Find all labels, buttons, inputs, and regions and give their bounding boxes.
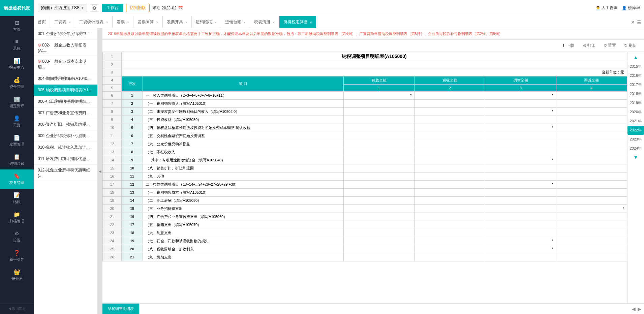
left-item-009[interactable]: 009-企业所得税弥补亏损明...: [34, 130, 97, 142]
sidebar-item-assets[interactable]: 🏢 固定资产: [0, 93, 34, 112]
workbench-btn[interactable]: 工作台: [102, 4, 123, 12]
user-menu[interactable]: 👤 楼泽华: [622, 5, 640, 11]
unit-cell: 金额单位：元: [122, 68, 627, 76]
sidebar-item-invoice[interactable]: 📄 发票管理: [0, 131, 34, 150]
switch-version-btn[interactable]: 切到旧版: [126, 4, 150, 12]
tab-salary-close[interactable]: ×: [69, 20, 71, 24]
year-2015[interactable]: 2015年: [627, 62, 644, 71]
left-item-002[interactable]: ⊘002-一般企业收入明细表(A1...: [34, 40, 97, 56]
table-row: 7 2 （一）视同销售收入（填写A105010）: [103, 99, 627, 107]
year-2023[interactable]: 2023年: [627, 135, 644, 144]
tab-tax-clear-close[interactable]: ×: [273, 20, 275, 24]
bottom-scroll-right-btn[interactable]: ▶: [638, 306, 641, 312]
close-period-icon: 📝: [13, 192, 20, 198]
sidebar-item-close[interactable]: 📝 结账: [0, 189, 34, 208]
panel-collapse-handle[interactable]: ◀: [98, 28, 102, 314]
tab-income-tax[interactable]: 所得税汇算缴 ×: [279, 16, 316, 28]
table-row: 22 17 （五）捐赠支出（填写A105070）: [103, 221, 627, 229]
tabs-close-btn[interactable]: ✕: [631, 20, 635, 25]
year-up-btn[interactable]: ▲: [632, 53, 640, 62]
col1-header: 账载全额: [343, 76, 414, 84]
sidebar-item-archive[interactable]: 📁 归档管理: [0, 208, 34, 227]
notice-bar: 2019年度涉及取以前年度继续数据的申报表单元格需要手工维护正确，才能保证本年及…: [102, 28, 644, 40]
year-2021[interactable]: 2021年: [627, 117, 644, 126]
left-item-010[interactable]: 010-免税、减计收入及加计...: [34, 142, 97, 153]
left-panel: 001-企业所得税年度纳税申... ⊘002-一般企业收入明细表(A1... ⊘…: [34, 28, 98, 314]
sidebar-item-settings[interactable]: ⚙ 设置: [0, 227, 34, 246]
left-item-001[interactable]: 001-企业所得税年度纳税申...: [34, 28, 97, 40]
sidebar-item-sales[interactable]: 📋 进销台账: [0, 150, 34, 169]
col3-num: 3: [485, 84, 556, 91]
spreadsheet-container[interactable]: 1 纳税调整项目明细表(A105000) 2 3 金额单位：元: [102, 52, 627, 304]
sidebar-item-tax[interactable]: 🔖 税务管理: [0, 169, 34, 189]
year-2017[interactable]: 2017年: [627, 80, 644, 89]
tab-invoice-issue[interactable]: 发票开具 ×: [163, 16, 192, 28]
sidebar-item-guide[interactable]: ❓ 新手引导: [0, 246, 34, 265]
tab-invoice-calc[interactable]: 发票测算 ×: [133, 16, 162, 28]
tab-invoice[interactable]: 发票 ×: [113, 16, 133, 28]
tab-invoice-issue-close[interactable]: ×: [185, 20, 187, 24]
left-item-011[interactable]: 011-研发费用加计扣除优惠...: [34, 153, 97, 165]
vip-icon: 👑: [13, 269, 20, 275]
download-btn[interactable]: ⬇ 下载: [560, 42, 576, 50]
tab-salary-report-close[interactable]: ×: [106, 20, 108, 24]
left-item-006[interactable]: 006-职工薪酬纳税调整明细...: [34, 96, 97, 107]
tab-tax-clear[interactable]: 税表清册 ×: [250, 16, 279, 28]
table-row: 12 7 （六）公允价值变动净损益: [103, 140, 627, 148]
tab-home[interactable]: 首页: [34, 16, 50, 28]
sidebar-item-home[interactable]: ⊞ 首页: [0, 16, 34, 35]
service-btn[interactable]: 👨‍💼 人工咨询: [595, 5, 618, 11]
col3-header: 调增全额: [485, 76, 556, 84]
year-2022[interactable]: 2022年: [627, 126, 644, 135]
error-dot-003: ⊘: [38, 59, 41, 64]
bottom-scroll-left-btn[interactable]: ◀: [632, 306, 636, 312]
content-area: 001-企业所得税年度纳税申... ⊘002-一般企业收入明细表(A1... ⊘…: [34, 28, 644, 314]
tab-sales-check-close[interactable]: ×: [214, 20, 216, 24]
tab-sales-check[interactable]: 进销稽核 ×: [192, 16, 221, 28]
sidebar-item-ledger[interactable]: ≡ 总账: [0, 35, 34, 54]
tabs-more-btn[interactable]: ☰: [637, 20, 641, 25]
year-2018[interactable]: 2018年: [627, 89, 644, 98]
sidebar-collapse-btn[interactable]: ◀ 取消固定: [0, 304, 34, 314]
tab-sales-ledger[interactable]: 进销台账 ×: [221, 16, 250, 28]
calendar-icon[interactable]: 📅: [178, 6, 183, 10]
print-btn[interactable]: 🖨 打印: [580, 42, 597, 50]
sidebar-item-report[interactable]: 📊 报表中心: [0, 54, 34, 73]
tab-sales-ledger-close[interactable]: ×: [244, 20, 246, 24]
table-row: 17 12 二、扣除类调整项目（13+14+...24+26+27+28+29 …: [103, 180, 627, 188]
service-icon: 👨‍💼: [595, 6, 601, 10]
left-item-008[interactable]: 008-资产折旧、摊销及纳税...: [34, 119, 97, 130]
tab-income-tax-close[interactable]: ×: [310, 20, 312, 24]
left-item-012[interactable]: 012-减免企业所得税优惠明细(...: [34, 165, 97, 181]
sidebar-item-salary[interactable]: 👤 工资: [0, 112, 34, 131]
left-item-005[interactable]: 005-纳税调整项目明细表(A1...: [34, 85, 97, 96]
bottom-tab-tax-adjust[interactable]: 纳税调整明细表: [102, 304, 140, 314]
tab-invoice-close[interactable]: ×: [127, 20, 129, 24]
left-item-003[interactable]: ⊘003-一般企业成本支出明细...: [34, 56, 97, 73]
year-2020[interactable]: 2020年: [627, 107, 644, 117]
topbar: (勿删）江西股宝-LSS ▼ ⚙ 工作台 切到旧版 账期 2023-02 📅 👨…: [34, 0, 644, 16]
table-row: 8 3 （二）未按权责发生制原则确认的收入（填写A10502 0） *: [103, 107, 627, 116]
company-settings-btn[interactable]: ⚙: [90, 4, 99, 12]
tab-salary[interactable]: 工资表 ×: [50, 16, 75, 28]
sidebar-item-finance[interactable]: 💰 资金管理: [0, 73, 34, 93]
left-item-004[interactable]: 004-期间费用明细表(A1040...: [34, 73, 97, 85]
left-item-007[interactable]: 007-广告费和业务宣传费附...: [34, 107, 97, 119]
download-icon: ⬇: [562, 43, 565, 48]
sidebar-item-vip[interactable]: 👑 畅会员: [0, 265, 34, 285]
company-selector[interactable]: (勿删）江西股宝-LSS ▼: [38, 4, 87, 12]
year-2024[interactable]: 2024年: [627, 144, 644, 153]
year-2016[interactable]: 2016年: [627, 71, 644, 80]
year-down-btn[interactable]: ▼: [632, 153, 640, 162]
year-2019[interactable]: 2019年: [627, 98, 644, 107]
tab-salary-report[interactable]: 工资统计报表 ×: [75, 16, 112, 28]
refresh-btn[interactable]: ↻ 刷新: [622, 42, 639, 50]
refresh-icon: ↻: [624, 43, 627, 48]
main-area: (勿删）江西股宝-LSS ▼ ⚙ 工作台 切到旧版 账期 2023-02 📅 👨…: [34, 0, 644, 314]
col4-header: 调减全额: [556, 76, 627, 84]
row-5-num: 5: [103, 84, 122, 91]
table-row: 19 14 （二）职工薪酬（填写A105050）: [103, 196, 627, 205]
reset-btn[interactable]: ↺ 重置: [602, 42, 618, 50]
app-logo: 畅捷通易代账: [0, 0, 34, 16]
tab-invoice-calc-close[interactable]: ×: [156, 20, 158, 24]
